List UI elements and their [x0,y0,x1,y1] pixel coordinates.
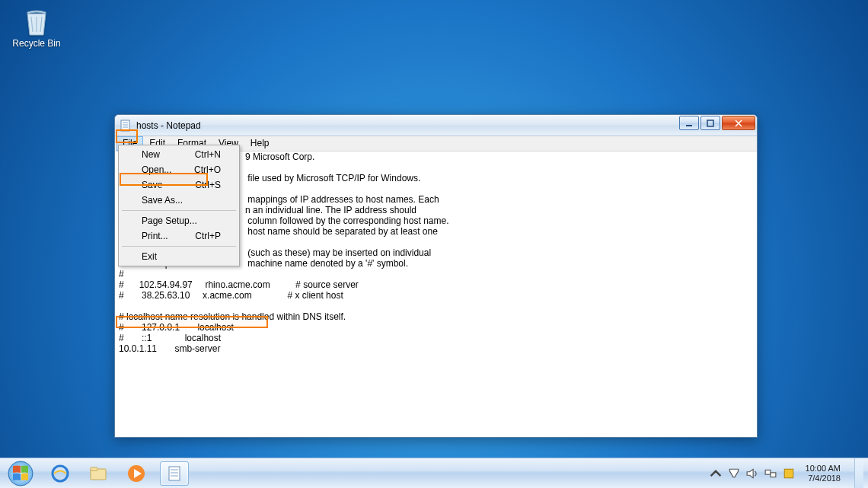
recycle-bin-label: Recycle Bin [9,38,64,49]
svg-rect-14 [169,467,180,480]
menu-print[interactable]: Print...Ctrl+P [120,228,238,244]
tray-volume-icon[interactable] [746,467,758,480]
tray-clock[interactable]: 10:00 AM 7/4/2018 [801,464,845,483]
svg-marker-18 [747,469,753,477]
taskbar-notepad-icon[interactable] [160,461,189,486]
recycle-bin-icon [20,6,53,37]
system-tray: 10:00 AM 7/4/2018 [710,458,868,489]
file-menu-dropdown: NewCtrl+N Open...Ctrl+O SaveCtrl+S Save … [118,145,240,266]
taskbar-explorer-icon[interactable] [84,461,113,486]
text-visible-below: # For example: # # 102.54.94.97 rhino.ac… [119,258,359,354]
taskbar-media-player-icon[interactable] [122,461,151,486]
start-button[interactable] [0,458,41,489]
menu-open[interactable]: Open...Ctrl+O [120,162,238,177]
recycle-bin[interactable]: Recycle Bin [9,6,64,49]
minimize-button[interactable] [679,116,699,130]
titlebar[interactable]: hosts - Notepad [115,115,757,136]
tray-action-center-icon[interactable] [728,467,740,480]
svg-rect-0 [121,120,129,131]
tray-devices-icon[interactable] [783,467,795,480]
notepad-icon [120,120,132,132]
close-button[interactable] [722,116,755,130]
menu-page-setup[interactable]: Page Setup... [120,213,238,228]
window-title: hosts - Notepad [136,120,752,131]
svg-rect-20 [771,472,776,477]
menu-separator [122,246,236,247]
svg-rect-5 [707,120,713,126]
menu-exit[interactable]: Exit [120,249,238,264]
clock-date: 7/4/2018 [806,474,841,483]
text-visible-right: 9 Microsoft Corp. file used by Microsoft… [245,152,449,269]
show-desktop-button[interactable] [854,458,863,489]
svg-rect-21 [784,469,793,477]
maximize-button[interactable] [700,116,720,130]
tray-network-icon[interactable] [764,467,777,480]
tray-chevron-icon[interactable] [710,467,722,480]
clock-time: 10:00 AM [806,464,841,474]
menu-save[interactable]: SaveCtrl+S [120,177,238,193]
menu-help[interactable]: Help [244,136,276,151]
menu-new[interactable]: NewCtrl+N [120,147,238,162]
svg-rect-11 [91,467,97,470]
taskbar-ie-icon[interactable] [46,461,75,486]
menu-save-as[interactable]: Save As... [120,193,238,208]
taskbar: 10:00 AM 7/4/2018 [0,458,868,488]
svg-rect-19 [765,470,771,474]
menu-separator [122,210,236,211]
